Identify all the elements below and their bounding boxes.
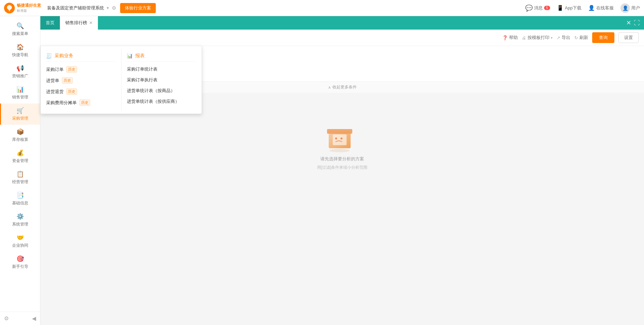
- sidebar-item-cooperation[interactable]: 🤝 企业协同: [0, 231, 40, 252]
- dropdown-item-incoming[interactable]: 进货单 历史: [46, 75, 116, 86]
- tab-sales-rank-label: 销售排行榜: [65, 20, 87, 26]
- export-btn[interactable]: ↗ 导出: [557, 35, 570, 41]
- sidebar-label-purchase: 采购管理: [12, 116, 28, 121]
- logo-icon: [4, 3, 15, 13]
- tab-sales-rank[interactable]: 销售排行榜 ✕: [60, 16, 98, 30]
- dropdown-item-purchase-order[interactable]: 采购订单 历史: [46, 64, 116, 75]
- sidebar-label-marketing: 营销推广: [12, 73, 28, 79]
- app-download-btn[interactable]: 📱 App下载: [557, 5, 581, 11]
- incoming-by-supplier-label: 进货单统计表（按供应商）: [127, 98, 179, 105]
- refresh-icon: ↻: [574, 35, 578, 40]
- dropdown-col-purchase: 🧾 采购业务 采购订单 历史 进货单 历史 进货退货 历史 采购费用分摊单 历史: [41, 49, 121, 111]
- user-label: 用户: [631, 5, 640, 11]
- print-icon: 🖨: [522, 35, 526, 40]
- query-btn[interactable]: 查询: [592, 32, 614, 43]
- tab-bar: 首页 销售排行榜 ✕ ✕ ⛶: [40, 16, 644, 30]
- po-execution-label: 采购订单执行表: [127, 77, 157, 83]
- incoming-label: 进货单: [46, 78, 59, 84]
- dropdown-item-purchase-cost[interactable]: 采购费用分摊单 历史: [46, 97, 116, 108]
- reports-icon: 📊: [127, 53, 133, 58]
- purchase-business-title: 🧾 采购业务: [46, 51, 116, 62]
- collapse-up-icon: ∧: [328, 85, 331, 90]
- dropdown-menu: 🧾 采购业务 采购订单 历史 进货单 历史 进货退货 历史 采购费用分摊单 历史: [40, 46, 202, 114]
- empty-illustration: [322, 120, 362, 153]
- print-btn[interactable]: 🖨 按模板打印 ▾: [522, 35, 552, 41]
- sidebar-item-purchase[interactable]: 🛒 采购管理: [0, 104, 40, 125]
- sidebar-item-quick-nav[interactable]: 🏠 快捷导航: [0, 40, 40, 61]
- system-icon: ⚙️: [16, 213, 24, 220]
- incoming-by-goods-label: 进货单统计表（按商品）: [127, 88, 175, 94]
- cooperation-icon: 🤝: [16, 234, 24, 241]
- finance-icon: 💰: [16, 149, 24, 157]
- help-label: 帮助: [509, 35, 518, 41]
- industry-btn[interactable]: 体验行业方案: [120, 3, 156, 13]
- sidebar-label-finance: 资金管理: [12, 158, 28, 164]
- dropdown-item-incoming-by-supplier[interactable]: 进货单统计表（按供应商）: [127, 96, 196, 107]
- sidebar-item-finance[interactable]: 💰 资金管理: [0, 146, 40, 167]
- close-window-icon[interactable]: ✕: [626, 19, 631, 27]
- dropdown-item-returns[interactable]: 进货退货 历史: [46, 86, 116, 97]
- settings-bottom-btn[interactable]: ⚙: [4, 315, 9, 322]
- purchase-order-history-tag: 历史: [66, 66, 77, 73]
- collapse-text: 收起更多条件: [332, 84, 357, 90]
- user-avatar: 👤: [620, 3, 630, 13]
- refresh-label: 刷新: [579, 35, 588, 41]
- purchase-cost-history-tag: 历史: [79, 99, 90, 106]
- sidebar-item-inventory[interactable]: 📦 库存核算: [0, 125, 40, 146]
- purchase-business-icon: 🧾: [46, 53, 52, 58]
- sidebar-item-marketing[interactable]: 📢 营销推广: [0, 61, 40, 82]
- sidebar-bottom: ⚙ ◀: [0, 312, 40, 325]
- dropdown-item-po-stats[interactable]: 采购订单统计表: [127, 64, 196, 75]
- sidebar-item-basic-info[interactable]: 📑 基础信息: [0, 188, 40, 209]
- logo-area: 畅捷通好生意 标准版: [4, 3, 44, 13]
- returns-history-tag: 历史: [66, 88, 77, 95]
- user-area[interactable]: 👤 用户: [620, 3, 640, 13]
- header-right: 💬 消息 5 📱 App下载 👤 在线客服 👤 用户: [525, 3, 640, 13]
- app-download-label: App下载: [565, 5, 581, 11]
- operations-icon: 📋: [16, 170, 24, 178]
- po-stats-label: 采购订单统计表: [127, 66, 157, 72]
- sales-icon: 📊: [16, 86, 24, 93]
- chevron-down-icon[interactable]: ▾: [107, 5, 109, 10]
- messages-btn[interactable]: 💬 消息 5: [525, 4, 550, 12]
- sidebar-label-system: 系统管理: [12, 221, 28, 227]
- print-chevron-icon: ▾: [551, 36, 552, 40]
- maximize-icon[interactable]: ⛶: [634, 19, 640, 27]
- purchase-business-label: 采购业务: [55, 53, 73, 59]
- sidebar-item-operations[interactable]: 📋 经营管理: [0, 167, 40, 188]
- returns-label: 进货退货: [46, 89, 64, 95]
- collapse-sidebar-btn[interactable]: ◀: [32, 315, 36, 322]
- tab-bar-right: ✕ ⛶: [626, 19, 644, 27]
- tab-home-label: 首页: [46, 20, 55, 26]
- sidebar-item-guide[interactable]: 🎯 新手引导: [0, 252, 40, 273]
- messages-badge: 5: [544, 6, 550, 10]
- purchase-cost-label: 采购费用分摊单: [46, 100, 77, 106]
- dropdown-item-incoming-by-goods[interactable]: 进货单统计表（按商品）: [127, 85, 196, 96]
- tab-close-icon[interactable]: ✕: [89, 21, 93, 25]
- phone-icon: 📱: [557, 5, 564, 11]
- online-service-btn[interactable]: 👤 在线客服: [588, 5, 614, 11]
- svg-rect-3: [333, 134, 347, 145]
- sidebar-label-inventory: 库存核算: [12, 137, 28, 143]
- settings-icon[interactable]: ⚙: [112, 5, 116, 11]
- tab-home[interactable]: 首页: [40, 16, 60, 30]
- message-icon: 💬: [525, 4, 533, 12]
- sidebar-item-system[interactable]: ⚙️ 系统管理: [0, 209, 40, 231]
- system-title: 装备及固定资产辅助管理系统: [47, 5, 104, 11]
- inventory-icon: 📦: [16, 128, 24, 135]
- sidebar-label-basic-info: 基础信息: [12, 200, 28, 206]
- top-header: 畅捷通好生意 标准版 装备及固定资产辅助管理系统 ▾ ⚙ 体验行业方案 💬 消息…: [0, 0, 644, 16]
- sidebar-item-search[interactable]: 🔍 搜索菜单: [0, 19, 40, 40]
- purchase-icon: 🛒: [16, 107, 24, 114]
- logo-text: 畅捷通好生意 标准版: [17, 3, 41, 13]
- dropdown-item-po-execution[interactable]: 采购订单执行表: [127, 75, 196, 85]
- online-service-label: 在线客服: [596, 5, 614, 11]
- refresh-btn[interactable]: ↻ 刷新: [574, 35, 588, 41]
- svg-point-0: [9, 10, 10, 11]
- help-btn[interactable]: ❓ 帮助: [502, 35, 518, 41]
- basic-info-icon: 📑: [16, 192, 24, 199]
- settings-btn[interactable]: 设置: [618, 32, 639, 43]
- sidebar-item-sales[interactable]: 📊 销售管理: [0, 82, 40, 104]
- purchase-order-label: 采购订单: [46, 67, 64, 73]
- sidebar-label-search: 搜索菜单: [12, 31, 28, 37]
